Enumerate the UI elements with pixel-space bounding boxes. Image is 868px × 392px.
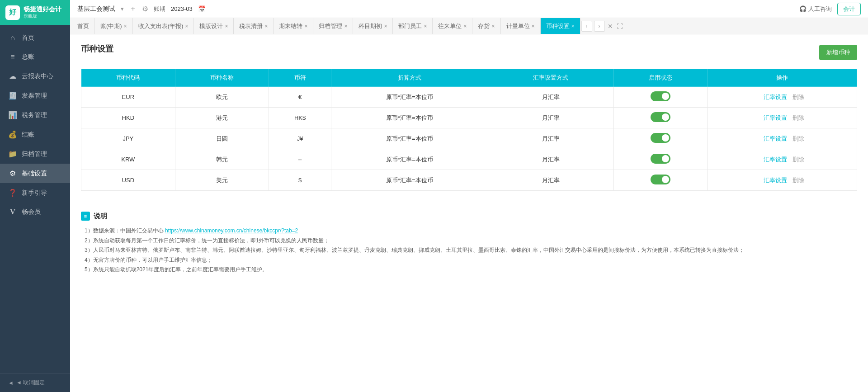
- tab-currency[interactable]: 币种设置 ×: [541, 18, 580, 34]
- sidebar-item-ledger[interactable]: ≡ 总账: [0, 47, 70, 66]
- tab-contacts[interactable]: 往来单位 ×: [433, 18, 472, 34]
- tab-unit[interactable]: 计量单位 ×: [501, 18, 541, 34]
- cell-method: 原币*汇率=本位币: [331, 87, 488, 108]
- notes-item: 1）数据来源：中国外汇交易中心 https://www.chinamoney.c…: [85, 226, 857, 236]
- cell-status[interactable]: [613, 128, 708, 149]
- table-row: HKD 港元 HK$ 原币*汇率=本位币 月汇率 汇率设置 删除: [81, 108, 857, 128]
- sidebar-item-reports[interactable]: ☁ 云报表中心: [0, 66, 70, 86]
- tab-close-unit[interactable]: ×: [532, 23, 535, 29]
- cell-rate-type: 月汇率: [488, 128, 613, 149]
- rate-setting-link[interactable]: 汇率设置: [764, 94, 787, 100]
- toggle-enabled[interactable]: [651, 91, 670, 101]
- cell-actions: 汇率设置 删除: [708, 128, 857, 149]
- tab-close-annual[interactable]: ×: [185, 23, 188, 29]
- rate-setting-link[interactable]: 汇率设置: [764, 156, 787, 163]
- tab-close-tax[interactable]: ×: [264, 23, 268, 29]
- cell-actions: 汇率设置 删除: [708, 149, 857, 170]
- tab-archive[interactable]: 归档管理 ×: [313, 18, 353, 34]
- cell-code: JPY: [81, 128, 175, 149]
- support-button[interactable]: 🎧 人工咨询: [799, 5, 832, 13]
- close-all-tabs-button[interactable]: ✕: [608, 23, 613, 30]
- new-currency-button[interactable]: 新增币种: [819, 45, 857, 60]
- calendar-icon[interactable]: 📅: [198, 5, 206, 13]
- tab-next-button[interactable]: ›: [594, 21, 605, 32]
- sidebar-item-member[interactable]: V 畅会员: [0, 203, 70, 222]
- sidebar-pin-toggle[interactable]: ◄ ◄ 取消固定: [0, 373, 70, 392]
- delete-link[interactable]: 删除: [793, 156, 804, 163]
- notes-title: ≡ 说明: [81, 212, 857, 221]
- period-label: 账期: [154, 5, 165, 13]
- cell-status[interactable]: [613, 170, 708, 191]
- sidebar-item-invoice[interactable]: 🧾 发票管理: [0, 86, 70, 105]
- tab-template[interactable]: 模版设计 ×: [194, 18, 234, 34]
- tab-close-archive[interactable]: ×: [344, 23, 347, 29]
- page-title: 币种设置: [81, 43, 113, 54]
- delete-link[interactable]: 删除: [793, 177, 804, 184]
- notes-item: 5）系统只能自动抓取2021年度后的汇率，之前年度汇率需要用户手工维护。: [85, 265, 857, 275]
- tab-home[interactable]: 首页: [72, 18, 95, 34]
- home-icon: ⌂: [8, 34, 17, 42]
- cell-method: 原币*汇率=本位币: [331, 170, 488, 191]
- tab-prev-button[interactable]: ‹: [581, 21, 592, 32]
- tab-close-period[interactable]: ×: [304, 23, 307, 29]
- sidebar-logo: 好 畅捷通好会计 旗舰版: [0, 0, 70, 25]
- col-header-code: 币种代码: [81, 69, 175, 87]
- sidebar-item-home[interactable]: ⌂ 首页: [0, 28, 70, 47]
- tab-close-currency[interactable]: ×: [571, 23, 575, 29]
- settings-icon[interactable]: ⚙: [142, 5, 148, 13]
- tab-inventory[interactable]: 存货 ×: [472, 18, 500, 34]
- cell-status[interactable]: [613, 149, 708, 170]
- cell-symbol: J¥: [269, 128, 331, 149]
- cell-method: 原币*汇率=本位币: [331, 108, 488, 128]
- toggle-enabled[interactable]: [651, 175, 670, 184]
- tab-midterm[interactable]: 账(中期) ×: [95, 18, 133, 34]
- cell-name: 日圆: [175, 128, 269, 149]
- col-header-actions: 操作: [708, 69, 857, 87]
- cell-name: 港元: [175, 108, 269, 128]
- expand-tabs-button[interactable]: ⛶: [617, 23, 623, 30]
- rate-setting-link[interactable]: 汇率设置: [764, 135, 787, 142]
- cell-code: EUR: [81, 87, 175, 108]
- pin-icon: ◄: [8, 380, 14, 386]
- notes-link[interactable]: https://www.chinamoney.com.cn/chinese/bk…: [165, 227, 298, 234]
- tab-close-inventory[interactable]: ×: [491, 23, 495, 29]
- logo-sub: 旗舰版: [24, 13, 61, 19]
- archive-icon: 📁: [8, 150, 17, 158]
- cell-status[interactable]: [613, 87, 708, 108]
- sidebar: 好 畅捷通好会计 旗舰版 ⌂ 首页 ≡ 总账 ☁ 云报表中心 🧾 发票管理 📊 …: [0, 0, 70, 392]
- delete-link[interactable]: 删除: [793, 94, 804, 100]
- rate-setting-link[interactable]: 汇率设置: [764, 114, 787, 121]
- tab-department[interactable]: 部门员工 ×: [393, 18, 433, 34]
- col-header-rate-type: 汇率设置方式: [488, 69, 613, 87]
- sidebar-item-guide[interactable]: ❓ 新手引导: [0, 183, 70, 203]
- sidebar-item-archive[interactable]: 📁 归档管理: [0, 144, 70, 164]
- tax-icon: 📊: [8, 111, 17, 119]
- delete-link[interactable]: 删除: [793, 135, 804, 142]
- rate-setting-link[interactable]: 汇率设置: [764, 177, 787, 184]
- col-header-status: 启用状态: [613, 69, 708, 87]
- tab-period-end[interactable]: 期末结转 ×: [274, 18, 313, 34]
- sidebar-item-tax[interactable]: 📊 税务管理: [0, 105, 70, 125]
- tab-tax-table[interactable]: 税表清册 ×: [234, 18, 274, 34]
- cell-symbol: €: [269, 87, 331, 108]
- cell-name: 欧元: [175, 87, 269, 108]
- sidebar-item-basic[interactable]: ⚙ 基础设置: [0, 164, 70, 183]
- cell-status[interactable]: [613, 108, 708, 128]
- toggle-enabled[interactable]: [651, 154, 670, 164]
- guide-icon: ❓: [8, 189, 17, 197]
- tab-close-dept[interactable]: ×: [424, 23, 427, 29]
- company-dropdown-icon[interactable]: ▾: [121, 5, 124, 12]
- account-button[interactable]: 会计: [837, 3, 861, 15]
- tab-annual-report[interactable]: 收入支出表(年报) ×: [133, 18, 194, 34]
- toggle-enabled[interactable]: [651, 133, 670, 143]
- delete-link[interactable]: 删除: [793, 114, 804, 121]
- tab-close-template[interactable]: ×: [225, 23, 228, 29]
- tab-subject-init[interactable]: 科目期初 ×: [353, 18, 393, 34]
- tab-close-contacts[interactable]: ×: [463, 23, 467, 29]
- tab-close-midterm[interactable]: ×: [124, 23, 127, 29]
- basic-icon: ⚙: [8, 169, 17, 178]
- sidebar-item-settle[interactable]: 💰 结账: [0, 125, 70, 144]
- add-company-button[interactable]: ＋: [129, 4, 137, 14]
- tab-close-subject[interactable]: ×: [384, 23, 387, 29]
- toggle-enabled[interactable]: [651, 112, 670, 122]
